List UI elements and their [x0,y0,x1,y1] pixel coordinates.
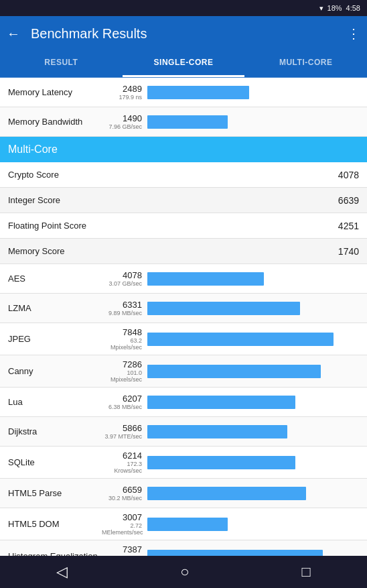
bar-memory-latency [147,86,359,99]
nav-recents-button[interactable]: □ [286,558,327,586]
row-memory-latency: Memory Latency 2489 179.9 ns [0,78,367,107]
row-lzma: LZMA 6331 9.89 MB/sec [0,294,367,323]
row-jpeg: JPEG 7848 63.2 Mpixels/sec [0,323,367,355]
row-dijkstra: Dijkstra 5866 3.97 MTE/sec [0,417,367,447]
back-button[interactable]: ← [7,26,20,42]
wifi-icon: ▾ [319,4,323,13]
label-memory-latency: Memory Latency [8,87,102,97]
tab-multi-core[interactable]: MULTI-CORE [244,51,367,77]
menu-button[interactable]: ⋮ [347,25,360,42]
tab-single-core[interactable]: SINGLE-CORE [123,51,245,77]
unit-memory-bandwidth: 7.96 GB/sec [102,123,142,130]
row-canny: Canny 7286 101.0 Mpixels/sec [0,355,367,388]
row-html5dom: HTML5 DOM 3007 2.72 MElements/sec [0,508,367,540]
score-memory-latency: 2489 [102,84,142,94]
row-memory-bandwidth: Memory Bandwidth 1490 7.96 GB/sec [0,107,367,137]
content-area[interactable]: Memory Latency 2489 179.9 ns Memory Band… [0,78,367,556]
row-aes: AES 4078 3.07 GB/sec [0,264,367,294]
row-sqlite: SQLite 6214 172.3 Krows/sec [0,447,367,479]
score-memory-bandwidth: 1490 [102,113,142,123]
row-html5parse: HTML5 Parse 6659 30.2 MB/sec [0,479,367,508]
tab-result[interactable]: RESULT [0,51,123,77]
summary-memory: Memory Score 1740 [0,239,367,264]
row-histogram: Histogram Equalization 7387 230.8 Mpixel… [0,540,367,556]
battery-text: 18% [327,4,342,12]
unit-memory-latency: 179.9 ns [102,94,142,101]
nav-bar: ◁ ○ □ [0,556,367,588]
nav-home-button[interactable]: ○ [164,558,205,586]
tab-bar: RESULT SINGLE-CORE MULTI-CORE [0,51,367,78]
status-bar: ▾ 18% 4:58 [0,0,367,16]
label-memory-bandwidth: Memory Bandwidth [8,117,102,127]
page-title: Benchmark Results [31,26,347,42]
section-header-multi-core: Multi-Core [0,137,367,162]
top-bar: ← Benchmark Results ⋮ [0,16,367,51]
summary-integer: Integer Score 6639 [0,188,367,213]
bar-memory-bandwidth [147,115,359,129]
summary-float: Floating Point Score 4251 [0,213,367,239]
time-text: 4:58 [346,4,360,12]
row-lua: Lua 6207 6.38 MB/sec [0,388,367,417]
nav-back-button[interactable]: ◁ [40,558,84,586]
summary-crypto: Crypto Score 4078 [0,162,367,188]
